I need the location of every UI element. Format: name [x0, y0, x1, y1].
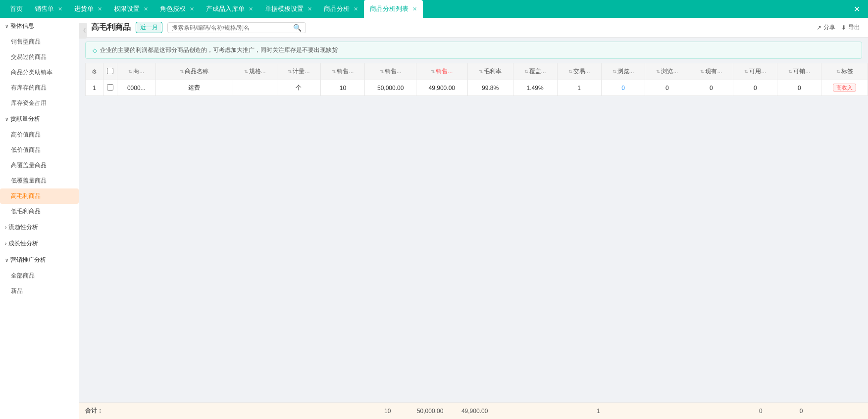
tag-badge: 高收入: [833, 84, 856, 92]
sidebar-item-低价值商品[interactable]: 低价值商品: [0, 142, 79, 158]
nav-close-icon[interactable]: ✕: [98, 6, 102, 12]
sidebar-group: ∨贡献量分析高价值商品低价值商品高覆盖量商品低覆盖量商品高毛利商品低毛利商品: [0, 111, 79, 219]
sidebar-group-header[interactable]: ∨整体信息: [0, 18, 79, 34]
col-gross-margin[interactable]: ⇅毛利率: [467, 63, 513, 80]
footer-cell: [659, 408, 700, 415]
col-name[interactable]: ⇅商品名称: [155, 63, 233, 80]
footer-cell: 1: [578, 408, 619, 415]
nav-close-icon[interactable]: ✕: [58, 6, 62, 12]
sidebar-item-交易过的商品[interactable]: 交易过的商品: [0, 49, 79, 65]
footer-cell: 0: [740, 408, 781, 415]
sidebar-item-高价值商品[interactable]: 高价值商品: [0, 127, 79, 142]
nav-item-首页[interactable]: 首页: [4, 0, 29, 18]
window-close-button[interactable]: ✕: [850, 4, 864, 14]
sidebar-item-高覆盖量商品[interactable]: 高覆盖量商品: [0, 158, 79, 173]
nav-item-商品分析[interactable]: 商品分析✕: [318, 0, 364, 18]
cell-gross-margin: 99.8%: [467, 80, 513, 96]
nav-item-产成品入库单[interactable]: 产成品入库单✕: [200, 0, 259, 18]
nav-close-icon[interactable]: ✕: [144, 6, 148, 12]
sidebar-item-有库存的商品[interactable]: 有库存的商品: [0, 80, 79, 95]
col-browse2[interactable]: ⇅浏览...: [645, 63, 689, 80]
sidebar-item-低覆盖量商品[interactable]: 低覆盖量商品: [0, 173, 79, 188]
footer-cell: 0: [781, 408, 821, 415]
sidebar-item-全部商品[interactable]: 全部商品: [0, 268, 79, 283]
footer-cell: [237, 408, 286, 415]
sidebar-item-销售型商品[interactable]: 销售型商品: [0, 34, 79, 49]
nav-close-icon[interactable]: ✕: [412, 6, 417, 12]
sidebar-collapse-button[interactable]: 《: [79, 23, 87, 39]
search-input[interactable]: [172, 24, 291, 31]
search-box: 🔍: [167, 22, 306, 33]
table-wrapper[interactable]: ⚙ ⇅商... ⇅商品名称 ⇅规格... ⇅计量... ⇅销售... ⇅销售..…: [85, 63, 868, 402]
row-checkbox[interactable]: [107, 84, 113, 91]
nav-item-进货单[interactable]: 进货单✕: [68, 0, 108, 18]
footer-cell: 49,900.00: [453, 408, 497, 415]
group-arrow-icon: ∨: [5, 116, 8, 122]
footer-cell: [618, 408, 659, 415]
cell-coverage: 1.49%: [513, 80, 557, 96]
select-all-checkbox[interactable]: [107, 68, 113, 74]
col-sale-qty[interactable]: ⇅销售...: [321, 63, 365, 80]
sidebar-group-header[interactable]: ›流趋性分析: [0, 219, 79, 235]
nav-item-角色授权[interactable]: 角色授权✕: [154, 0, 200, 18]
col-available[interactable]: ⇅可用...: [733, 63, 777, 80]
sidebar-item-高毛利商品[interactable]: 高毛利商品: [0, 188, 79, 204]
nav-close-icon[interactable]: ✕: [190, 6, 194, 12]
footer-cell: 50,000.00: [408, 408, 453, 415]
nav-item-单据模板设置[interactable]: 单据模板设置✕: [259, 0, 318, 18]
footer-total: 合计： 1050,000.0049,900.00100: [79, 402, 868, 419]
col-settings[interactable]: ⚙: [86, 63, 103, 80]
cell-sale-qty: 10: [321, 80, 365, 96]
sidebar-item-商品分类助销率[interactable]: 商品分类助销率: [0, 65, 79, 80]
cell-checkbox[interactable]: [103, 80, 117, 96]
col-code[interactable]: ⇅商...: [117, 63, 156, 80]
cell-sale-net: 49,900.00: [416, 80, 468, 96]
sidebar-group: ∨营销推广分析全部商品新品: [0, 252, 79, 299]
group-arrow-icon: ∨: [5, 257, 8, 263]
export-button[interactable]: ⬇ 导出: [841, 23, 860, 32]
export-icon: ⬇: [841, 24, 846, 31]
nav-item-权限设置[interactable]: 权限设置✕: [108, 0, 154, 18]
col-transaction[interactable]: ⇅交易...: [557, 63, 601, 80]
col-browse1[interactable]: ⇅浏览...: [601, 63, 645, 80]
group-arrow-icon: ›: [5, 241, 6, 246]
share-icon: ↗: [817, 24, 821, 31]
sidebar-item-低毛利商品[interactable]: 低毛利商品: [0, 204, 79, 219]
footer-cells: 1050,000.0049,900.00100: [115, 408, 862, 415]
footer-cell: [155, 408, 196, 415]
nav-close-icon[interactable]: ✕: [249, 6, 253, 12]
sidebar-group-header[interactable]: ›成长性分析: [0, 235, 79, 252]
col-coverage[interactable]: ⇅覆盖...: [513, 63, 557, 80]
browse1-link[interactable]: 0: [621, 85, 625, 92]
cell-tag: 高收入: [821, 80, 868, 96]
sidebar-group: ›流趋性分析: [0, 219, 79, 235]
col-saleable[interactable]: ⇅可销...: [777, 63, 821, 80]
footer-cell: [286, 408, 327, 415]
cell-saleable: 0: [777, 80, 821, 96]
nav-close-icon[interactable]: ✕: [307, 6, 312, 12]
header-actions: ↗ 分享 ⬇ 导出: [817, 23, 860, 32]
sidebar-group-header[interactable]: ∨贡献量分析: [0, 111, 79, 127]
cell-browse1[interactable]: 0: [601, 80, 645, 96]
sidebar-item-库存资金占用[interactable]: 库存资金占用: [0, 95, 79, 111]
col-unit[interactable]: ⇅计量...: [277, 63, 321, 80]
footer-cell: [821, 408, 862, 415]
col-tag[interactable]: ⇅标签: [821, 63, 868, 80]
col-checkbox[interactable]: [103, 63, 117, 80]
filter-recent-month-button[interactable]: 近一月: [136, 22, 162, 33]
sidebar-item-新品[interactable]: 新品: [0, 283, 79, 299]
footer-label: 合计：: [85, 407, 115, 415]
col-spec[interactable]: ⇅规格...: [233, 63, 277, 80]
content-header: 高毛利商品 近一月 🔍 ↗ 分享 ⬇ 导出: [79, 18, 868, 38]
nav-item-商品分析列表[interactable]: 商品分析列表✕: [364, 0, 423, 18]
col-sale-net[interactable]: ⇅销售...: [416, 63, 468, 80]
share-button[interactable]: ↗ 分享: [817, 23, 835, 32]
col-sale-amount[interactable]: ⇅销售...: [365, 63, 416, 80]
col-current-stock[interactable]: ⇅现有...: [689, 63, 733, 80]
cell-index: 1: [86, 80, 103, 96]
nav-item-销售单[interactable]: 销售单✕: [29, 0, 68, 18]
top-nav: 首页销售单✕进货单✕权限设置✕角色授权✕产成品入库单✕单据模板设置✕商品分析✕商…: [0, 0, 868, 18]
nav-close-icon[interactable]: ✕: [354, 6, 358, 12]
sidebar-group-header[interactable]: ∨营销推广分析: [0, 252, 79, 268]
search-icon: 🔍: [293, 24, 302, 32]
